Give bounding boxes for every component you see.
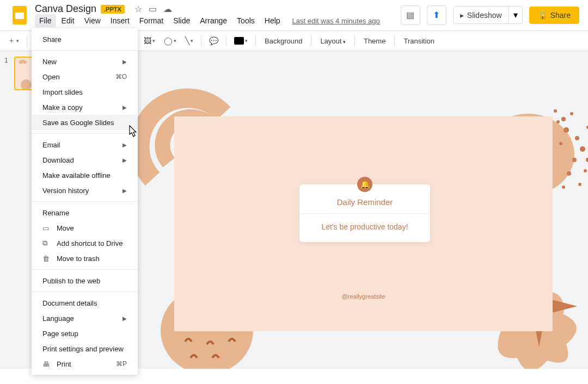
svg-point-12 — [580, 146, 585, 152]
menu-tools[interactable]: Tools — [232, 14, 259, 27]
menu-arrange[interactable]: Arrange — [195, 14, 231, 27]
slide-canvas[interactable]: 🔔 Daily Reminder Let's be productive tod… — [103, 51, 588, 369]
file-add-shortcut[interactable]: ⧉Add shortcut to Drive — [32, 236, 138, 251]
file-email[interactable]: Email▶ — [32, 137, 138, 152]
file-new[interactable]: New▶ — [32, 54, 138, 69]
slides-logo[interactable] — [9, 4, 30, 26]
svg-point-15 — [567, 171, 571, 176]
file-share[interactable]: Share — [32, 32, 138, 47]
file-save-as-google-slides[interactable]: Save as Google Slides — [32, 115, 138, 130]
file-menu-dropdown: Share New▶ Open⌘O Import slides Make a c… — [32, 28, 138, 375]
svg-point-9 — [564, 127, 569, 133]
svg-point-13 — [572, 158, 577, 162]
slide-number: 1 — [4, 57, 11, 90]
svg-rect-1 — [15, 13, 24, 19]
submenu-arrow-icon: ▶ — [122, 315, 127, 321]
file-download[interactable]: Download▶ — [32, 152, 138, 168]
bell-icon: 🔔 — [357, 177, 372, 192]
file-print[interactable]: 🖶Print⌘P — [32, 356, 138, 371]
menu-view[interactable]: View — [80, 14, 105, 27]
card-body: Let's be productive today! — [299, 214, 430, 242]
transition-button[interactable]: Transition — [399, 35, 439, 47]
menu-file[interactable]: File — [35, 14, 56, 27]
submenu-arrow-icon: ▶ — [122, 188, 127, 194]
theme-button[interactable]: Theme — [359, 35, 390, 47]
svg-point-10 — [575, 136, 579, 140]
menu-insert[interactable]: Insert — [106, 14, 134, 27]
file-move[interactable]: ▭Move — [32, 220, 138, 236]
menu-slide[interactable]: Slide — [169, 14, 194, 27]
fill-color-tool[interactable]: ▾ — [231, 35, 251, 47]
submenu-arrow-icon: ▶ — [122, 59, 127, 65]
svg-point-20 — [586, 158, 588, 162]
file-rename[interactable]: Rename — [32, 205, 138, 220]
svg-point-8 — [570, 112, 573, 115]
slideshow-button[interactable]: ▸ Slideshow — [453, 6, 509, 24]
reminder-card: 🔔 Daily Reminder Let's be productive tod… — [299, 184, 430, 242]
file-make-offline[interactable]: Make available offline — [32, 168, 138, 183]
svg-point-17 — [562, 185, 565, 189]
file-page-setup[interactable]: Page setup — [32, 326, 138, 341]
comment-tool-icon[interactable]: 💬 — [206, 34, 222, 47]
cloud-status-icon: ☁ — [163, 4, 172, 14]
menu-help[interactable]: Help — [260, 14, 285, 27]
document-title[interactable]: Canva Design — [35, 3, 96, 15]
folder-move-icon: ▭ — [42, 224, 51, 232]
lock-icon: 🔒 — [538, 11, 547, 20]
svg-point-4 — [21, 79, 32, 90]
play-icon: ▸ — [460, 11, 464, 20]
move-folder-icon[interactable]: ▭ — [149, 4, 157, 14]
file-publish-web[interactable]: Publish to the web — [32, 273, 138, 288]
print-icon: 🖶 — [42, 360, 51, 368]
last-edit-link[interactable]: Last edit was 4 minutes ago — [292, 17, 380, 25]
menu-edit[interactable]: Edit — [57, 14, 79, 27]
file-make-copy[interactable]: Make a copy▶ — [32, 100, 138, 115]
svg-point-14 — [584, 169, 587, 172]
file-import-slides[interactable]: Import slides — [32, 84, 138, 100]
file-document-details[interactable]: Document details — [32, 295, 138, 311]
svg-point-16 — [578, 183, 581, 186]
file-format-badge: .PPTX — [101, 5, 125, 14]
submenu-arrow-icon: ▶ — [122, 157, 127, 163]
file-open[interactable]: Open⌘O — [32, 69, 138, 84]
svg-point-11 — [559, 142, 562, 145]
file-version-history[interactable]: Version history▶ — [32, 183, 138, 198]
file-move-to-trash[interactable]: 🗑Move to trash — [32, 251, 138, 266]
background-button[interactable]: Background — [260, 35, 307, 47]
new-slide-button[interactable]: ＋ ▾ — [4, 34, 22, 48]
slide-content[interactable]: 🔔 Daily Reminder Let's be productive tod… — [174, 116, 553, 331]
image-tool-icon[interactable]: 🖼 ▾ — [140, 34, 158, 47]
submenu-arrow-icon: ▶ — [122, 104, 127, 110]
file-print-settings[interactable]: Print settings and preview — [32, 341, 138, 356]
layout-button[interactable]: Layout ▾ — [316, 35, 350, 47]
drive-shortcut-icon: ⧉ — [42, 239, 51, 247]
comments-icon[interactable]: ▤ — [401, 5, 420, 25]
present-icon[interactable]: ⬆ — [427, 5, 446, 25]
svg-point-18 — [556, 120, 560, 123]
social-handle: @reallygreatsite — [342, 293, 385, 300]
slideshow-dropdown-icon[interactable]: ▾ — [509, 6, 523, 24]
svg-point-6 — [554, 109, 557, 113]
line-tool-icon[interactable]: ╲ ▾ — [182, 34, 197, 47]
star-icon[interactable]: ☆ — [134, 4, 142, 14]
file-language[interactable]: Language▶ — [32, 311, 138, 326]
menu-format[interactable]: Format — [135, 14, 168, 27]
share-button[interactable]: 🔒 Share — [529, 7, 579, 24]
submenu-arrow-icon: ▶ — [122, 142, 127, 148]
trash-icon: 🗑 — [42, 255, 51, 263]
svg-point-7 — [561, 117, 566, 121]
shape-tool-icon[interactable]: ◯ ▾ — [161, 34, 180, 47]
